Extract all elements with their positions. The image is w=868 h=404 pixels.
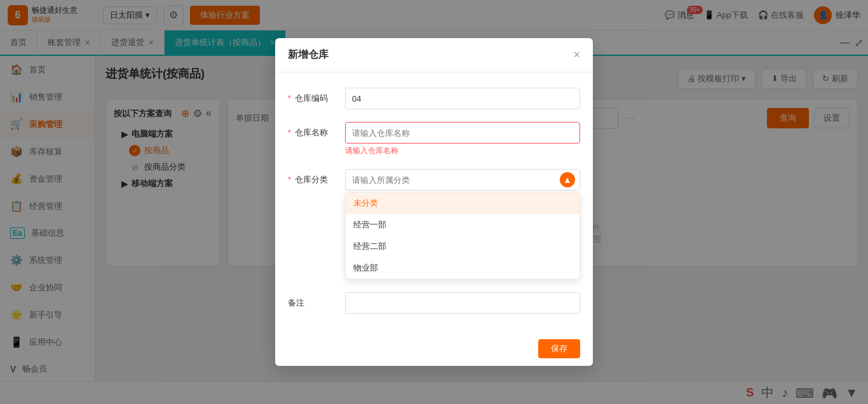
form-row-name: * 仓库名称 请输入仓库名称 <box>288 122 580 156</box>
required-star-name: * <box>288 128 291 137</box>
category-input[interactable] <box>345 169 580 191</box>
dialog-overlay: 新增仓库 × * 仓库编码 * 仓库名称 <box>0 0 868 404</box>
category-toggle-icon[interactable]: ▲ <box>560 172 575 187</box>
dialog-close-button[interactable]: × <box>573 48 580 62</box>
category-input-wrapper: ▲ <box>345 169 580 191</box>
required-star-category: * <box>288 175 291 184</box>
required-star-code: * <box>288 93 291 103</box>
category-label: * 仓库分类 <box>288 169 345 185</box>
code-input[interactable] <box>345 88 580 109</box>
dropdown-item-dept2[interactable]: 经营二部 <box>346 236 580 257</box>
form-row-code: * 仓库编码 <box>288 88 580 109</box>
name-error-tip: 请输入仓库名称 <box>345 145 580 156</box>
remark-input[interactable] <box>345 292 580 314</box>
dialog-header: 新增仓库 × <box>275 38 593 72</box>
category-dropdown: 未分类 经营一部 经营二部 物业部 <box>345 192 580 279</box>
dropdown-item-unclassified[interactable]: 未分类 <box>346 192 580 214</box>
name-input[interactable] <box>345 122 580 144</box>
dialog-body: * 仓库编码 * 仓库名称 请输入仓库名称 <box>275 72 593 332</box>
category-field-wrap: ▲ 未分类 经营一部 经营二部 物业部 <box>345 169 580 191</box>
dropdown-item-dept3[interactable]: 物业部 <box>346 257 580 279</box>
dropdown-item-dept1[interactable]: 经营一部 <box>346 214 580 236</box>
save-button[interactable]: 保存 <box>538 339 580 358</box>
form-row-remark: 备注 <box>288 292 580 314</box>
dialog-title: 新增仓库 <box>288 48 329 62</box>
remark-field-wrap <box>345 292 580 314</box>
name-field-wrap: 请输入仓库名称 <box>345 122 580 156</box>
code-field-wrap <box>345 88 580 109</box>
code-label: * 仓库编码 <box>288 88 345 104</box>
form-row-category: * 仓库分类 ▲ 未分类 经营一部 经营二部 物业部 <box>288 169 580 191</box>
dialog-footer: 保存 <box>275 332 593 366</box>
name-label: * 仓库名称 <box>288 122 345 138</box>
new-warehouse-dialog: 新增仓库 × * 仓库编码 * 仓库名称 <box>275 38 593 366</box>
remark-label: 备注 <box>288 292 345 309</box>
